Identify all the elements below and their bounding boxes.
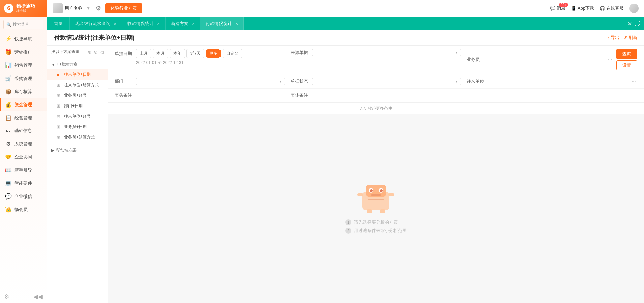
scheme-table-icon: ⊞ [57, 83, 62, 88]
scheme-item-label: 业务员+日期 [64, 124, 87, 130]
svg-rect-8 [388, 193, 394, 196]
tab-income-stats-close[interactable]: ✕ [157, 22, 160, 26]
tab-home[interactable]: 首页 [47, 17, 70, 30]
collab-icon: 🤝 [5, 154, 12, 160]
filter-body-note-col: 表体备注 [291, 91, 461, 99]
scheme-active-icon: ● [57, 72, 62, 78]
sidebar-item-label: 营销推广 [14, 49, 32, 55]
date-btn-last-7days[interactable]: 近7天 [186, 49, 204, 58]
tab-new-scheme[interactable]: 新建方案 ✕ [166, 17, 200, 30]
export-btn[interactable]: ↑ 导出 [607, 35, 620, 41]
filter-row-1: 单据日期 上月 本月 本年 近7天 更多 自定义 [108, 46, 644, 74]
sidebar-item-finance[interactable]: 💰 资金管理 [0, 98, 47, 111]
salesperson-more-icon[interactable]: ··· [607, 55, 614, 64]
quick-nav-icon: ⚡ [5, 36, 12, 42]
sidebar-item-inventory[interactable]: 📦 库存核算 [0, 85, 47, 98]
tab-maximize-icon[interactable]: ⛶ [635, 21, 640, 27]
settings-btn[interactable]: 设置 [616, 60, 637, 70]
user-avatar [53, 3, 63, 13]
scheme-item-salesperson-settle[interactable]: ⊞ 业务员+结算方式 [47, 132, 108, 143]
scheme-table-icon2: ⊞ [57, 93, 62, 98]
query-btn[interactable]: 查询 [616, 49, 637, 59]
scheme-item-salesperson-date[interactable]: ⊞ 业务员+日期 [47, 122, 108, 132]
date-btn-this-month[interactable]: 本月 [153, 49, 168, 58]
logo-icon: 6 [4, 4, 13, 13]
sidebar-item-guide[interactable]: 📖 新手引导 [0, 163, 47, 177]
scheme-item-dept-date[interactable]: ⊞ 部门+日期 [47, 101, 108, 111]
message-btn[interactable]: 💬 消息 99+ [550, 5, 565, 11]
sidebar-item-member[interactable]: 👑 畅会员 [0, 203, 47, 216]
date-btn-last-month[interactable]: 上月 [136, 49, 151, 58]
dept-label: 部门 [115, 78, 133, 84]
export-icon: ↑ [607, 35, 610, 40]
refresh-btn[interactable]: ↺ 刷新 [623, 35, 637, 41]
sidebar-item-hardware[interactable]: 💻 智能硬件 [0, 177, 47, 190]
empty-text-list: 1 请先选择要分析的方案 2 用过滤条件来缩小分析范围 [345, 219, 407, 236]
tab-income-stats-label: 收款情况统计 [127, 21, 154, 27]
svg-point-5 [380, 189, 383, 192]
topbar-settings-icon[interactable]: ⚙ [96, 5, 101, 12]
desktop-scheme-label: 电脑端方案 [57, 62, 78, 67]
dropdown-icon[interactable]: ▼ [86, 6, 90, 11]
sidebar-item-quick-nav[interactable]: ⚡ 快捷导航 [0, 32, 47, 46]
header-note-input[interactable] [136, 91, 285, 99]
dept-select[interactable]: ▼ [136, 78, 285, 85]
trial-btn[interactable]: 体验行业方案 [105, 3, 142, 13]
collapse-sidebar-icon[interactable]: ◀◀ [33, 293, 43, 300]
search-icon: 🔍 [6, 22, 11, 27]
empty-hint-2-text: 用过滤条件来缩小分析范围 [354, 228, 407, 234]
scheme-collapse-icon[interactable]: ◁ [100, 49, 104, 55]
search-menu-button[interactable]: 🔍 搜索菜单 [3, 20, 43, 29]
doc-status-label: 单据状态 [291, 78, 309, 84]
source-select[interactable]: ▼ [312, 49, 461, 56]
scheme-icons: ⊕ ⊙ ◁ [88, 49, 104, 55]
sidebar-item-marketing[interactable]: 🎁 营销推广 [0, 46, 47, 59]
scheme-item-counterpart-date[interactable]: ● 往来单位+日期 [47, 69, 108, 80]
tab-payment-stats[interactable]: 付款情况统计 ✕ [200, 17, 244, 30]
sidebar-item-basic[interactable]: 🗂 基础信息 [0, 124, 47, 137]
doc-status-select[interactable]: ▼ [312, 78, 461, 85]
content-body: 按以下方案查询 ⊕ ⊙ ◁ ▼ 电脑端方案 ● 往来单位+日期 [47, 46, 644, 303]
sidebar-item-sales[interactable]: 📊 销售管理 [0, 59, 47, 72]
sidebar-item-system[interactable]: ⚙ 系统管理 [0, 137, 47, 150]
date-btn-more[interactable]: 更多 [206, 49, 221, 58]
source-select-arrow: ▼ [455, 51, 458, 54]
mobile-scheme-group-header[interactable]: ▶ 移动端方案 [47, 145, 108, 155]
date-btn-this-year[interactable]: 本年 [170, 49, 185, 58]
sidebar-item-operations[interactable]: 📋 经营管理 [0, 111, 47, 124]
dept-arrow-icon: ▼ [279, 80, 282, 83]
tab-new-scheme-close[interactable]: ✕ [192, 22, 195, 26]
desktop-scheme-group-header[interactable]: ▼ 电脑端方案 [47, 60, 108, 69]
svg-rect-10 [380, 209, 385, 213]
robot-svg [356, 182, 396, 215]
scheme-item-counterpart-settle[interactable]: ⊞ 往来单位+结算方式 [47, 80, 108, 90]
svg-rect-9 [367, 209, 372, 213]
tab-close-all-icon[interactable]: ✕ [627, 21, 632, 27]
tab-payment-stats-close[interactable]: ✕ [235, 22, 238, 26]
body-note-input[interactable] [312, 91, 461, 99]
scheme-item-salesperson-account[interactable]: ⊞ 业务员+账号 [47, 90, 108, 101]
counterpart-more-icon[interactable]: ··· [630, 77, 637, 86]
app-download-btn[interactable]: 📱 App下载 [571, 5, 594, 11]
desktop-scheme-arrow-icon: ▼ [51, 62, 55, 67]
date-range-text: 2022-01-01 至 2022-12-31 [136, 60, 183, 66]
sidebar-item-weixin[interactable]: 💬 企业微信 [0, 190, 47, 203]
collapse-bar[interactable]: ∧∧ 收起更多条件 [108, 102, 644, 114]
refresh-icon: ↺ [623, 35, 627, 40]
filter-counterpart-col: 往来单位 ··· [467, 77, 637, 86]
sidebar-item-label: 快捷导航 [14, 36, 32, 42]
settings-gear-icon[interactable]: ⚙ [4, 293, 9, 300]
sidebar-item-collab[interactable]: 🤝 企业协同 [0, 150, 47, 163]
online-service-btn[interactable]: 🎧 在线客服 [599, 5, 624, 11]
tab-income-stats[interactable]: 收款情况统计 ✕ [122, 17, 166, 30]
topbar-user-avatar[interactable] [629, 4, 639, 13]
sidebar-item-label: 企业协同 [14, 154, 32, 160]
scheme-settings-icon[interactable]: ⊙ [94, 49, 98, 55]
sidebar-item-purchase[interactable]: 🛒 采购管理 [0, 72, 47, 85]
scheme-item-counterpart-account[interactable]: ⊟ 往来单位+账号 [47, 111, 108, 122]
tab-bank-flow[interactable]: 现金银行流水查询 ✕ [70, 17, 122, 30]
purchase-icon: 🛒 [5, 75, 12, 82]
scheme-add-icon[interactable]: ⊕ [88, 49, 92, 55]
date-btn-custom[interactable]: 自定义 [223, 49, 242, 58]
tab-bank-flow-close[interactable]: ✕ [114, 22, 116, 26]
